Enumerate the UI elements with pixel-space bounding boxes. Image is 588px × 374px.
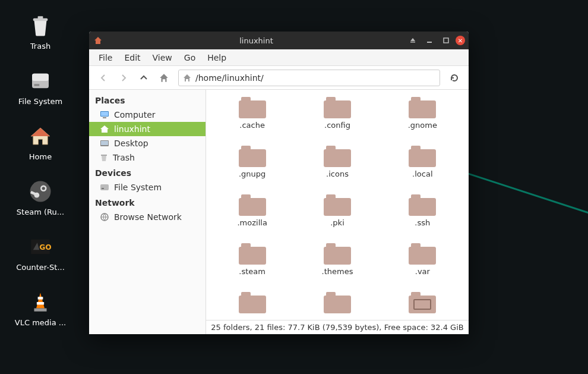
nav-forward-button[interactable]	[114, 69, 133, 87]
svg-rect-3	[32, 74, 49, 81]
sidebar-item-filesystem[interactable]: File System	[89, 180, 206, 194]
folder-icon	[239, 97, 266, 118]
sidebar-item-label: File System	[114, 183, 162, 192]
desktop-icon-home[interactable]: Home	[11, 124, 70, 161]
desktop-icons: Trash File System Home Steam (Ru...	[11, 13, 70, 345]
folder-label: .config	[324, 121, 350, 130]
sidebar: Places Computer linuxhint Desktop Trash …	[89, 90, 206, 334]
window-close-button[interactable]: ✕	[456, 36, 465, 45]
folder-label: .local	[412, 169, 432, 178]
window-keep-above-button[interactable]	[406, 35, 420, 46]
home-icon	[28, 124, 53, 149]
desktop-icon-trash[interactable]: Trash	[11, 13, 70, 51]
folder-icon	[409, 292, 436, 313]
menu-file[interactable]: File	[93, 51, 118, 65]
sidebar-item-computer[interactable]: Computer	[89, 108, 206, 122]
globe-icon	[100, 212, 109, 222]
folder-label: .cache	[239, 121, 265, 130]
folder-item[interactable]: .themes	[295, 243, 380, 292]
folder-item[interactable]: .cache	[210, 97, 295, 146]
svg-rect-15	[410, 42, 415, 43]
folder-icon	[324, 292, 351, 313]
folder-item[interactable]: .gnupg	[210, 146, 295, 194]
folder-item[interactable]: .var	[380, 243, 465, 292]
window-title: linuxhint	[109, 36, 403, 45]
folder-item[interactable]: .mozilla	[210, 194, 295, 243]
folder-grid[interactable]: .cache.config.gnome.gnupg.icons.local.mo…	[206, 90, 469, 320]
desktop-icon-label: VLC media ...	[15, 318, 66, 327]
folder-icon	[409, 97, 436, 118]
menu-help[interactable]: Help	[201, 51, 232, 65]
sidebar-item-browse-network[interactable]: Browse Network	[89, 210, 206, 224]
sidebar-item-home[interactable]: linuxhint	[89, 122, 206, 136]
nav-reload-button[interactable]	[445, 69, 464, 87]
vlc-icon	[28, 290, 53, 315]
sidebar-item-label: Desktop	[114, 139, 148, 148]
svg-rect-16	[427, 42, 432, 43]
folder-label: .steam	[239, 267, 265, 276]
folder-item[interactable]: .local	[380, 146, 465, 194]
sidebar-devices-header: Devices	[89, 165, 206, 180]
menu-view[interactable]: View	[147, 51, 178, 65]
drive-icon	[100, 183, 109, 191]
folder-label: .gnupg	[239, 169, 265, 178]
svg-rect-24	[100, 184, 109, 190]
svg-text:GO: GO	[39, 243, 51, 252]
address-text: /home/linuxhint/	[195, 73, 264, 83]
folder-icon	[324, 243, 351, 265]
desktop-icon-steam[interactable]: Steam (Ru...	[11, 179, 70, 216]
window-minimize-button[interactable]	[422, 35, 437, 46]
folder-icon	[409, 146, 436, 167]
folder-item[interactable]	[295, 292, 380, 320]
sidebar-item-desktop[interactable]: Desktop	[89, 136, 206, 150]
folder-item[interactable]: .ssh	[380, 194, 465, 243]
desktop-icon-filesystem[interactable]: File System	[11, 68, 70, 106]
window-maximize-button[interactable]	[439, 35, 453, 46]
folder-item[interactable]: .gnome	[380, 97, 465, 146]
menu-go[interactable]: Go	[178, 51, 201, 65]
steam-icon	[28, 179, 53, 204]
trash-icon	[28, 13, 53, 38]
folder-icon	[324, 194, 351, 216]
folder-icon	[324, 146, 351, 167]
svg-rect-17	[444, 38, 448, 43]
folder-item[interactable]: .config	[295, 97, 380, 146]
folder-label: .icons	[326, 169, 349, 178]
sidebar-item-label: Trash	[113, 153, 135, 162]
app-home-icon	[93, 35, 103, 46]
titlebar[interactable]: linuxhint ✕	[89, 32, 469, 49]
sidebar-network-header: Network	[89, 194, 206, 210]
sidebar-item-label: Computer	[114, 110, 156, 120]
sidebar-item-trash[interactable]: Trash	[89, 150, 206, 165]
file-manager-window: linuxhint ✕ File Edit View Go Help	[89, 32, 469, 334]
svg-rect-1	[38, 16, 43, 18]
address-bar[interactable]: /home/linuxhint/	[178, 70, 440, 86]
nav-back-button[interactable]	[94, 69, 113, 87]
folder-item[interactable]	[380, 292, 465, 320]
menu-edit[interactable]: Edit	[118, 51, 146, 65]
nav-home-button[interactable]	[154, 69, 173, 87]
folder-item[interactable]	[210, 292, 295, 320]
folder-label: .mozilla	[237, 218, 267, 227]
svg-rect-19	[101, 112, 108, 116]
folder-item[interactable]: .icons	[295, 146, 380, 194]
content-pane: .cache.config.gnome.gnupg.icons.local.mo…	[206, 90, 469, 334]
svg-rect-14	[34, 309, 47, 312]
folder-icon	[409, 243, 436, 265]
desktop-icon-csgo[interactable]: GO Counter-St...	[11, 234, 70, 272]
trash-icon	[100, 153, 108, 162]
svg-rect-12	[38, 297, 43, 299]
toolbar: /home/linuxhint/	[89, 66, 469, 90]
folder-label: .pki	[330, 218, 344, 227]
desktop-icon-vlc[interactable]: VLC media ...	[11, 290, 70, 327]
desktop-icon-label: Home	[29, 152, 52, 161]
folder-item[interactable]: .pki	[295, 194, 380, 243]
folder-item[interactable]: .steam	[210, 243, 295, 292]
folder-icon	[239, 146, 266, 167]
folder-icon	[239, 243, 266, 265]
nav-up-button[interactable]	[134, 69, 153, 87]
folder-icon	[324, 97, 351, 118]
menubar: File Edit View Go Help	[89, 49, 469, 66]
statusbar: 25 folders, 21 files: 77.7 KiB (79,539 b…	[206, 320, 469, 334]
svg-rect-4	[34, 84, 40, 86]
